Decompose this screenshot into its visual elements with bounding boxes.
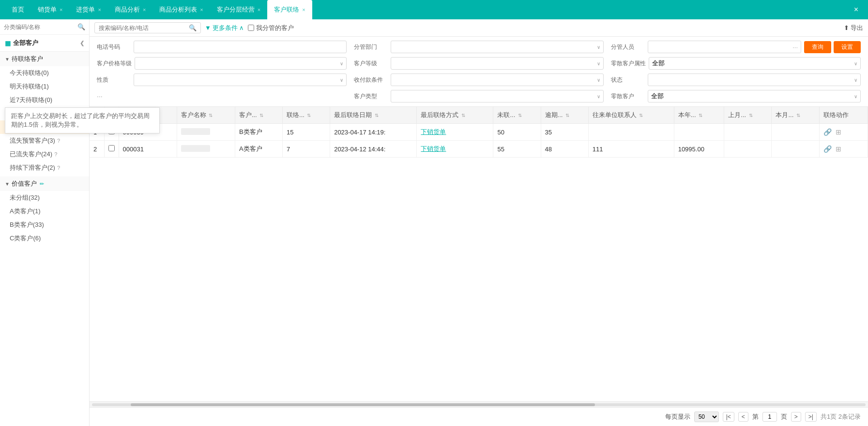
sidebar-item-declining[interactable]: 持续下滑客户(2) ?	[0, 161, 89, 175]
search-box[interactable]: 🔍	[94, 22, 201, 33]
sidebar-item-7days[interactable]: 近7天待联络(0)	[0, 93, 89, 107]
filter-retail-attr: 零散客户属性 全部 ∨	[611, 57, 861, 70]
sidebar-item-loss-warning[interactable]: 流失预警客户(3) ?	[0, 134, 89, 147]
th-contact-person: 往来单位联系人 ⇅	[588, 107, 674, 124]
close-customer-tier-icon[interactable]: ×	[258, 7, 260, 13]
help-icon-declining: ?	[57, 165, 60, 171]
phone-input[interactable]	[134, 41, 347, 53]
edit-value-group-icon[interactable]: ✏	[40, 181, 44, 187]
sort-contact-icon[interactable]: ⇅	[307, 113, 311, 118]
td-name-1	[177, 124, 235, 141]
sort-contact-person-icon[interactable]: ⇅	[639, 113, 643, 118]
close-product-analysis-list-icon[interactable]: ×	[200, 7, 203, 13]
chevron-price-icon: ∨	[340, 61, 343, 66]
filter-retail-customer: 零散客户 全部 ∨	[611, 90, 861, 103]
search-icon[interactable]: 🔍	[189, 24, 197, 31]
window-close-button[interactable]: ×	[849, 5, 863, 14]
sidebar-item-lost[interactable]: 已流失客户(24) ?	[0, 147, 89, 161]
payment-select[interactable]: ∨	[391, 73, 604, 86]
chevron-icon: ∧	[239, 24, 244, 31]
sidebar-item-class-a[interactable]: A类客户(1)	[0, 205, 89, 218]
nav-product-analysis-list[interactable]: 商品分析列表 ×	[152, 0, 210, 19]
grid-action-icon-2[interactable]: ⊞	[836, 145, 841, 153]
nav-product-analysis[interactable]: 商品分析 ×	[108, 0, 152, 19]
nav-customer-tier[interactable]: 客户分层经营 ×	[210, 0, 267, 19]
sort-overdue-icon[interactable]: ⇅	[565, 113, 569, 118]
close-sales-order-icon[interactable]: ×	[60, 7, 62, 13]
td-last-date-2: 2023-04-12 14:44:	[330, 141, 417, 158]
nav-sales-order[interactable]: 销货单 ×	[31, 0, 69, 19]
search-input[interactable]	[99, 25, 187, 31]
sidebar-item-unclassified[interactable]: 未分组(32)	[0, 191, 89, 205]
table-header-row: ⚙ 客户编码 ⇅ 客户名称 ⇅	[90, 107, 868, 124]
export-button[interactable]: ⬆ 导出	[844, 24, 863, 32]
filter-status: 状态 ∨	[611, 73, 861, 86]
first-page-button[interactable]: |<	[723, 412, 734, 422]
customer-type-select[interactable]: ∨	[391, 90, 604, 103]
sidebar-item-class-c[interactable]: C类客户(6)	[0, 232, 89, 245]
row2-checkbox[interactable]	[108, 145, 115, 151]
last-method-link-1[interactable]: 下销货单	[421, 128, 446, 135]
td-no-2: 2	[90, 141, 104, 158]
customer-grade-select[interactable]: ∨	[391, 57, 604, 70]
sort-name-icon[interactable]: ⇅	[209, 113, 213, 118]
settings-button[interactable]: 设置	[834, 41, 861, 53]
sidebar-all-customers[interactable]: ▦ 全部客户 ❮	[0, 35, 89, 52]
td-last-method-1: 下销货单	[417, 124, 493, 141]
close-product-analysis-icon[interactable]: ×	[143, 7, 146, 13]
sidebar-section-pending[interactable]: ▼ 待联络客户	[0, 52, 89, 66]
per-page-select[interactable]: 50 20 100	[694, 411, 719, 422]
td-this-year-1	[674, 124, 724, 141]
sidebar-item-tomorrow[interactable]: 明天待联络(1)	[0, 80, 89, 93]
nav-purchase-order[interactable]: 进货单 ×	[69, 0, 107, 19]
grid-action-icon-1[interactable]: ⊞	[836, 128, 841, 136]
price-grade-select[interactable]: ∨	[135, 57, 347, 70]
sort-last-date-icon[interactable]: ⇅	[375, 113, 379, 118]
page-number-input[interactable]	[762, 412, 777, 422]
td-action-1: 🔗 ⊞	[819, 124, 868, 141]
close-purchase-order-icon[interactable]: ×	[98, 7, 101, 13]
sidebar-item-today[interactable]: 今天待联络(0)	[0, 66, 89, 80]
next-page-button[interactable]: >	[791, 412, 801, 422]
last-method-link-2[interactable]: 下销货单	[421, 145, 446, 152]
scroll-thumb[interactable]	[131, 403, 595, 406]
sort-last-month-icon[interactable]: ⇅	[749, 113, 753, 118]
manager-select[interactable]: ···	[648, 41, 801, 53]
td-overdue-1: 35	[541, 124, 588, 141]
sidebar-search-box[interactable]: 🔍	[0, 19, 89, 35]
sidebar-item-class-b[interactable]: B类客户(33)	[0, 218, 89, 232]
more-conditions-button[interactable]: ▼ 更多条件 ∧	[205, 24, 244, 32]
th-type: 客户... ⇅	[235, 107, 282, 124]
link-action-icon-2[interactable]: 🔗	[823, 145, 832, 153]
sort-this-year-icon[interactable]: ⇅	[699, 113, 702, 118]
retail-attr-select[interactable]: 全部 ∨	[649, 57, 861, 70]
link-action-icon-1[interactable]: 🔗	[823, 128, 832, 136]
sort-last-method-icon[interactable]: ⇅	[461, 113, 465, 118]
sidebar-section-value[interactable]: ▼ 价值客户 ✏	[0, 176, 89, 191]
sort-this-month-icon[interactable]: ⇅	[796, 113, 800, 118]
query-button[interactable]: 查询	[804, 41, 831, 53]
td-check-2	[104, 141, 119, 158]
more-dot-button[interactable]: ···	[97, 92, 103, 100]
gender-select[interactable]: ∨	[134, 73, 347, 86]
my-customers-check[interactable]	[248, 25, 254, 31]
retail-customer-select[interactable]: 全部 ∨	[648, 90, 861, 103]
nav-customer-contact[interactable]: 客户联络 ×	[267, 0, 312, 19]
nav-home[interactable]: 首页	[5, 0, 31, 19]
sort-unlisted-icon[interactable]: ⇅	[518, 113, 522, 118]
page-suffix: 页	[781, 412, 787, 421]
close-customer-contact-icon[interactable]: ×	[302, 7, 305, 13]
my-customers-checkbox[interactable]: 我分管的客户	[248, 24, 294, 32]
chevron-gender-icon: ∨	[340, 77, 343, 83]
sidebar-search-input[interactable]	[4, 24, 77, 30]
horizontal-scrollbar[interactable]	[90, 401, 868, 407]
last-page-button[interactable]: >|	[805, 412, 817, 422]
sort-type-icon[interactable]: ⇅	[259, 113, 263, 118]
page-label: 第	[752, 412, 759, 421]
ellipsis-icon: ···	[792, 44, 798, 51]
dept-select[interactable]: ∨	[391, 41, 604, 53]
status-select[interactable]: ∨	[648, 73, 861, 86]
sidebar-search-icon[interactable]: 🔍	[77, 23, 85, 30]
grid-icon: ▦	[5, 40, 11, 47]
prev-page-button[interactable]: <	[738, 412, 748, 422]
